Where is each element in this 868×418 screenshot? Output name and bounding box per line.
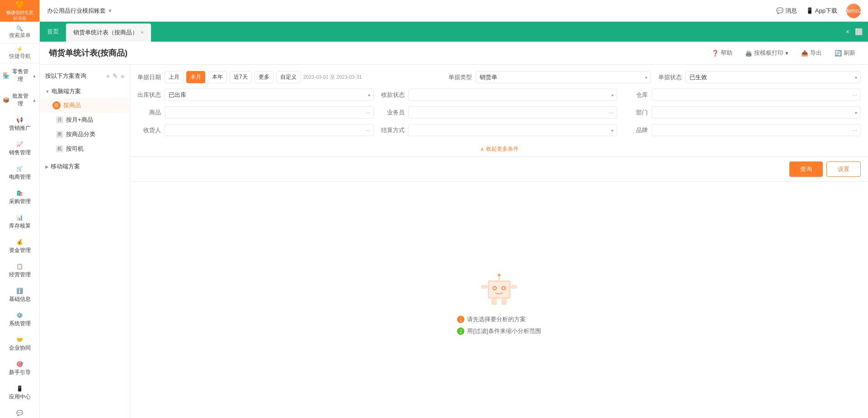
filter-doc-status-control: ▾ [685,71,861,83]
filter-receiver-label: 收货人 [137,126,161,134]
step-1-number: 1 [457,316,464,323]
page-content: 销货单统计表(按商品) ❓ 帮助 🖨️ 按模板打印 ▾ 📤 导出 🔄 刷新 [40,42,868,418]
filter-goods-control: ··· [165,106,374,119]
filter-goods-item: 商品 ··· [137,106,374,119]
filter-warehouse-item: 仓库 ··· [624,89,861,101]
help-button[interactable]: ❓ 帮助 [708,47,736,59]
filter-payment-input[interactable] [408,124,618,136]
mobile-section: ▶ 移动端方案 [40,158,130,175]
collapse-filter-bar[interactable]: ∧ 收起更多条件 [130,142,868,157]
filter-brand-input[interactable] [651,124,861,136]
print-button[interactable]: 🖨️ 按模板打印 ▾ [741,47,792,59]
page-header: 销货单统计表(按商品) ❓ 帮助 🖨️ 按模板打印 ▾ 📤 导出 🔄 刷新 [40,42,868,65]
filter-goods-input[interactable] [165,106,374,119]
tab-close-icon[interactable]: × [141,29,144,36]
sidebar-item-purchase[interactable]: 🛍️ 采购管理 [0,185,39,210]
tab-active[interactable]: 销货单统计表（按商品） × [66,24,151,42]
sidebar-item-guide[interactable]: 🎯 新手引导 [0,356,39,381]
sidebar-item-marketing[interactable]: 📢 营销推广 [0,112,39,137]
tab-maximize-btn[interactable]: ⬜ [853,26,864,37]
filter-out-status-input[interactable] [165,89,374,101]
message-action[interactable]: 💬 消息 [776,7,797,15]
filter-receiver-input[interactable] [165,124,374,136]
sidebar-item-app-center[interactable]: 📱 应用中心 [0,381,39,405]
panel-header: 按以下方案查询 + ✎ « [40,69,130,83]
sidebar-item-retail[interactable]: 🏪 零售管理 ▲ [0,63,39,88]
add-scheme-button[interactable]: + [106,72,110,80]
empty-state: 1 请先选择要分析的方案 2 用[过滤]条件来缩小分析范围 [130,182,868,418]
sidebar-item-wholesale[interactable]: 📦 批发管理 ▲ [0,88,39,112]
sidebar-item-quick-nav[interactable]: ⚡ 快捷导航 [0,43,39,63]
left-panel: 按以下方案查询 + ✎ « ▼ 电脑端方案 按 按商品 [40,65,130,418]
svg-rect-10 [491,299,497,305]
action-row: 查询 设置 [130,157,868,181]
sidebar-item-search[interactable]: 🔍 搜索菜单 [0,22,39,43]
pc-expand-icon: ▼ [45,89,50,94]
edit-scheme-button[interactable]: ✎ [113,72,118,80]
filter-payment-item: 结算方式 ▾ [381,124,618,136]
svg-rect-9 [510,285,517,289]
empty-text: 1 请先选择要分析的方案 2 用[过滤]条件来缩小分析范围 [457,315,541,335]
svg-point-7 [498,274,500,276]
scheme-by-month-product[interactable]: 月 按月+商品 [40,113,130,127]
step-2-number: 2 [457,328,464,335]
refresh-button[interactable]: 🔄 刷新 [831,47,859,59]
sidebar-item-wechat[interactable]: 💬 企业微信 [0,405,39,418]
filter-receiver-item: 收货人 ··· [137,124,374,136]
print-icon: 🖨️ [745,50,752,57]
date-custom-btn[interactable]: 自定义 [276,71,301,83]
mobile-scheme-parent[interactable]: ▶ 移动端方案 [40,160,130,173]
filter-salesperson-label: 业务员 [381,109,405,117]
filter-brand-label: 品牌 [624,126,648,134]
scheme-by-category[interactable]: 类 按商品分类 [40,127,130,142]
filter-warehouse-input[interactable] [651,89,861,101]
filter-salesperson-control: ··· [408,106,618,119]
collapse-panel-button[interactable]: « [121,72,124,80]
pc-scheme-parent[interactable]: ▼ 电脑端方案 [40,85,130,98]
date-this-month-btn[interactable]: 本月 [186,71,205,83]
filter-doc-status-item: 单据状态 ▾ [658,71,861,83]
filter-salesperson-input[interactable] [408,106,618,119]
filter-doc-type-item: 单据类型 ▾ [448,71,651,83]
filter-department-input[interactable] [651,106,861,119]
filter-date-item: 单据日期 上月 本月 本年 近7天 更多 自定义 2023-03-01 [137,71,441,83]
date-7days-btn[interactable]: 近7天 [230,71,252,83]
date-more-btn[interactable]: 更多 [255,71,274,83]
setting-button[interactable]: 设置 [826,162,861,177]
filter-receipt-status-input[interactable] [408,89,618,101]
sidebar-item-operation[interactable]: 📋 经营管理 [0,259,39,283]
user-avatar[interactable]: demo2 [846,4,861,18]
scheme-by-driver[interactable]: 机 按司机 [40,142,130,156]
filter-warehouse-control: ··· [651,89,861,101]
sidebar-item-ecommerce[interactable]: 🛒 电商管理 [0,161,39,185]
date-last-month-btn[interactable]: 上月 [165,71,184,83]
tab-bar-right: × ⬜ [844,26,868,37]
sidebar-item-enterprise[interactable]: 🤝 企业协同 [0,332,39,356]
sidebar-item-inventory[interactable]: 📊 库存核算 [0,210,39,234]
filter-doc-status-input[interactable] [685,71,861,83]
pc-section: ▼ 电脑端方案 按 按商品 月 按月+商品 类 按商品分类 [40,83,130,158]
sidebar-item-basic-info[interactable]: ℹ️ 基础信息 [0,283,39,308]
filter-and-action: 单据日期 上月 本月 本年 近7天 更多 自定义 2023-03-01 [130,65,868,182]
empty-step-2: 2 用[过滤]条件来缩小分析范围 [457,327,541,335]
filter-doc-type-control: ▾ [476,71,651,83]
tab-minimize-btn[interactable]: × [844,26,851,37]
date-this-year-btn[interactable]: 本年 [208,71,227,83]
filter-department-control: ▾ [651,106,861,119]
app-download-action[interactable]: 📱 App下载 [806,7,837,15]
panel-header-actions: + ✎ « [106,72,124,80]
export-button[interactable]: 📤 导出 [797,47,826,59]
page-title: 销货单统计表(按商品) [49,48,127,64]
tab-home[interactable]: 首页 [40,23,66,41]
filter-doc-type-input[interactable] [476,71,651,83]
query-button[interactable]: 查询 [789,162,823,177]
industry-dropdown-icon[interactable]: ▾ [108,7,112,14]
filter-doc-status-label: 单据状态 [658,73,682,81]
sidebar-item-system[interactable]: ⚙️ 系统管理 [0,308,39,332]
sidebar-item-finance[interactable]: 💰 资金管理 [0,234,39,259]
scheme-icon-month: 月 [56,116,63,124]
filter-goods-label: 商品 [137,109,161,117]
filter-row-2: 出库状态 ▾ 收款状态 ▾ [137,89,861,101]
sidebar-item-sales[interactable]: 📈 销售管理 [0,137,39,161]
scheme-by-product[interactable]: 按 按商品 [40,98,130,113]
